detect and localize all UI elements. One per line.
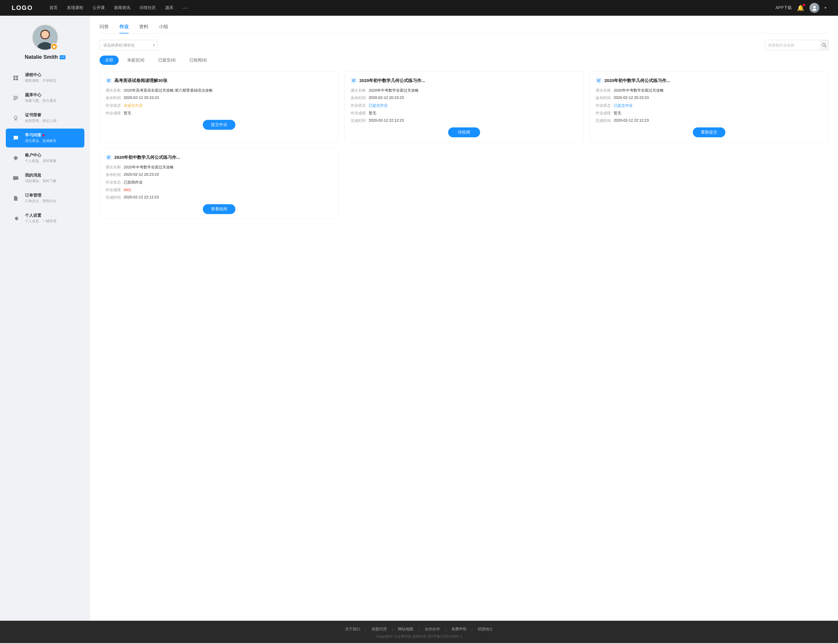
tab-groups[interactable]: 小组 (159, 24, 168, 33)
status-tab-submitted[interactable]: 已提交(4) (153, 56, 181, 65)
sidebar-item-learning-qa[interactable]: 学习问答 课后重温、疑难解答 (6, 128, 84, 148)
account-center-sub: 个人权益、实时掌握 (25, 159, 56, 163)
avatar-wrap (32, 25, 58, 51)
orders-sub: 订单支出、明明白白 (25, 199, 56, 204)
footer-partners[interactable]: 合作伙伴 (420, 626, 445, 632)
card-3-action-btn[interactable]: 重新提交 (693, 127, 725, 137)
nav-discover[interactable]: 发现课程 (67, 5, 83, 10)
sidebar-item-settings[interactable]: 个人设置 个人信息、一键管理 (6, 209, 84, 228)
svg-rect-12 (13, 78, 15, 80)
sidebar-item-course-center[interactable]: 课程中心 精彩课程、不容错过 (6, 68, 84, 87)
svg-rect-21 (15, 199, 16, 200)
user-avatar-nav[interactable] (810, 3, 819, 13)
card-3-publish-value: 2020-02-12 20:23:23 (614, 95, 823, 100)
tab-materials[interactable]: 资料 (139, 24, 148, 33)
card-1-action-btn[interactable]: 提交作业 (203, 120, 235, 130)
homework-icon-1 (106, 77, 112, 84)
svg-rect-15 (13, 97, 18, 98)
sidebar-item-account[interactable]: 账户中心 个人权益、实时掌握 (6, 149, 84, 168)
user-menu-chevron[interactable]: ▾ (825, 6, 826, 10)
app-download[interactable]: APP下载 (776, 5, 792, 10)
card-1-status-value: 未提交作业 (124, 103, 333, 108)
doc-icon (11, 194, 20, 203)
homework-cards-grid: 高考英语试卷阅读理解30张 课次名称 2020年高考英语全面过关攻略-第六期零基… (100, 71, 829, 219)
card-2-score-value: 暂无 (369, 110, 578, 116)
card-2-status-value: 已提交作业 (369, 103, 578, 108)
homework-icon-2 (351, 77, 357, 84)
card-4-publish-label: 发布时间 (106, 172, 124, 177)
notification-bell[interactable]: 🔔 (797, 4, 804, 12)
card-4-publish-value: 2020-02-12 20:23:23 (124, 172, 333, 177)
card-3-complete-value: 2020-02-12 22:12:23 (614, 118, 823, 122)
logo[interactable]: LOGO (12, 4, 35, 12)
card-4-course-label: 课次名称 (106, 164, 124, 170)
card-4-score-value: 88分 (124, 187, 333, 192)
sidebar-item-certificate[interactable]: 证书荣誉 收获荣誉、持证上岗 (6, 108, 84, 127)
card-2-status-label: 作业状态 (351, 103, 369, 108)
award-icon (11, 113, 20, 123)
status-tab-unsubmitted[interactable]: 未提交(4) (122, 56, 150, 65)
card-2-course-label: 课次名称 (351, 88, 369, 93)
learning-qa-sub: 课后重温、疑难解答 (25, 138, 56, 143)
card-1-course-value: 2020年高考英语全面过关攻略-第六期零基础语法攻略 (124, 88, 333, 93)
user-name-row: Natalie Smith VIP (25, 54, 66, 60)
homework-card-3: 2020年初中数学几何公式练习作... 课次名称 2020年中考数学全面过关攻略… (590, 71, 829, 142)
footer-copyright: Copyright© 云朵商学院 版权所有 京ICP备17051340号-1 (12, 634, 826, 639)
sidebar-item-orders[interactable]: 订单管理 订单支出、明明白白 (6, 189, 84, 208)
nav-question-bank[interactable]: 题库 (165, 5, 173, 10)
status-tab-all[interactable]: 全部 (100, 56, 119, 65)
card-4-status-label: 作业状态 (106, 180, 124, 185)
card-3-status-label: 作业状态 (596, 103, 614, 108)
chat-icon (11, 133, 20, 143)
card-3-complete-label: 完成时间 (596, 118, 614, 123)
card-2-title: 2020年初中数学几何公式练习作... (359, 77, 425, 84)
nav-qa[interactable]: 问答社区 (140, 5, 156, 10)
nav-open-course[interactable]: 公开课 (92, 5, 105, 10)
card-4-action-btn[interactable]: 查看批阅 (203, 204, 235, 214)
settings-title: 个人设置 (25, 213, 56, 218)
question-bank-title: 题库中心 (25, 92, 56, 98)
card-1-title: 高考英语试卷阅读理解30张 (114, 77, 167, 84)
svg-rect-13 (16, 78, 18, 80)
footer-disclaimer[interactable]: 免费声明 (446, 626, 472, 632)
page-body: Natalie Smith VIP 课程中心 精彩 (0, 16, 838, 621)
messages-title: 我的消息 (25, 173, 56, 178)
card-3-title: 2020年初中数学几何公式练习作... (605, 77, 670, 84)
card-2-complete-value: 2020-02-12 22:12:23 (369, 118, 578, 122)
user-name: Natalie Smith (25, 54, 58, 60)
question-bank-sub: 海量习题、助力通关 (25, 98, 56, 103)
footer-recruit[interactable]: 招贤纳士 (473, 626, 498, 632)
nav-more[interactable]: ··· (183, 5, 187, 11)
nav-home[interactable]: 首页 (49, 5, 58, 10)
svg-point-8 (41, 31, 49, 38)
svg-point-18 (14, 116, 17, 119)
tab-homework[interactable]: 作业 (119, 24, 128, 33)
sidebar-item-question-bank[interactable]: 题库中心 海量习题、助力通关 (6, 89, 84, 107)
status-tab-reviewed[interactable]: 已批阅(4) (184, 56, 212, 65)
card-4-course-value: 2020年中考数学全面过关攻略 (124, 164, 333, 170)
course-select[interactable]: 请选择课程/课程包 (100, 40, 158, 50)
card-3-score-value: 暂无 (614, 110, 823, 116)
nav-news[interactable]: 新闻资讯 (114, 5, 130, 10)
card-2-course-value: 2020年中考数学全面过关攻略 (369, 88, 578, 93)
svg-point-0 (813, 6, 816, 8)
card-2-score-label: 作业成绩 (351, 110, 369, 116)
footer-about[interactable]: 关于我们 (340, 626, 365, 632)
sidebar-item-messages[interactable]: 我的消息 消息通知、及时了解 (6, 169, 84, 187)
search-button[interactable] (820, 40, 828, 50)
footer-franchise[interactable]: 加盟代理 (366, 626, 392, 632)
card-4-score-label: 作业成绩 (106, 187, 124, 192)
search-icon (822, 43, 826, 48)
homework-card-4: 2020年初中数学几何公式练习作... 课次名称 2020年中考数学全面过关攻略… (100, 148, 339, 219)
svg-rect-16 (13, 98, 18, 99)
card-1-publish-value: 2020-02-12 20:23:23 (124, 95, 333, 100)
card-2-action-btn[interactable]: 待批阅 (448, 127, 480, 137)
card-4-complete-label: 完成时间 (106, 195, 124, 200)
tab-qa[interactable]: 问答 (100, 24, 109, 33)
search-input[interactable] (765, 43, 820, 48)
svg-line-23 (825, 46, 826, 47)
footer-links: 关于我们 | 加盟代理 | 网站地图 | 合作伙伴 | 免费声明 | 招贤纳士 (12, 626, 826, 632)
nav-right: APP下载 🔔 ▾ (776, 3, 826, 13)
footer-sitemap[interactable]: 网站地图 (393, 626, 418, 632)
membership-badge (51, 43, 58, 50)
